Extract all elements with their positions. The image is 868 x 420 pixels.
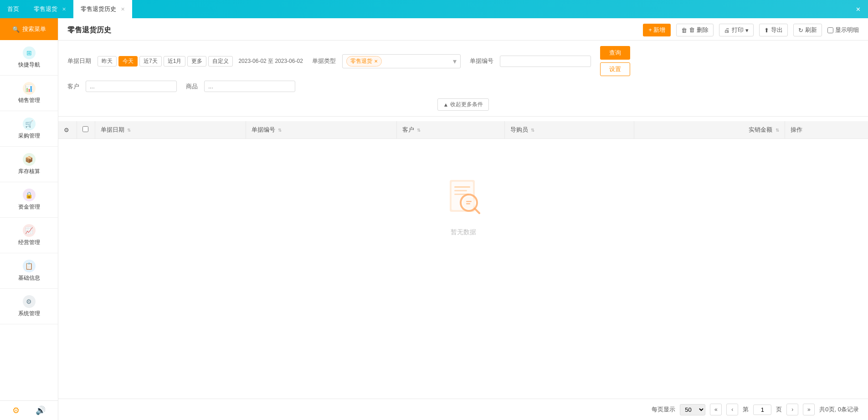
number-filter-input[interactable] <box>500 56 591 67</box>
th-setting[interactable]: ⚙ <box>58 121 77 139</box>
svg-rect-8 <box>466 201 472 202</box>
tab-bar: + 新增 首页 零售退货 ✕ 零售退货历史 ✕ <box>0 0 856 18</box>
customer-filter-group: 客户 <box>67 81 177 92</box>
audio-icon[interactable]: 🔊 <box>36 405 46 415</box>
th-action-label: 操作 <box>791 126 802 133</box>
sidebar-item-basic-info-label: 基础信息 <box>18 274 40 282</box>
new-button[interactable]: + 新增 <box>643 24 671 36</box>
sidebar-item-system[interactable]: ⚙ 系统管理 <box>0 289 58 324</box>
empty-state-cell: 暂无数据 <box>58 139 868 273</box>
page-input[interactable] <box>753 405 771 415</box>
sidebar-item-purchase[interactable]: 🛒 采购管理 <box>0 111 58 147</box>
print-icon: 🖨 <box>724 27 730 34</box>
svg-rect-3 <box>454 190 467 191</box>
sidebar-item-operations[interactable]: 📈 经营管理 <box>0 218 58 253</box>
query-button[interactable]: 查询 <box>600 46 630 60</box>
type-tag-label: 零售退货 <box>350 57 372 65</box>
empty-illustration <box>441 175 486 221</box>
show-detail-checkbox-label[interactable]: 显示明细 <box>827 26 859 34</box>
operations-icon: 📈 <box>23 224 36 237</box>
delete-button[interactable]: 🗑 🗑 删除 <box>676 24 714 36</box>
tab-retail-return-history-label: 零售退货历史 <box>81 5 116 13</box>
select-all-checkbox[interactable] <box>82 126 88 132</box>
sidebar-item-finance[interactable]: 🔒 资金管理 <box>0 182 58 218</box>
th-amount[interactable]: 实销金额 ⇅ <box>634 121 785 139</box>
th-customer-label: 客户 <box>402 126 414 133</box>
page-first-btn[interactable]: « <box>710 404 722 415</box>
th-date[interactable]: 单据日期 ⇅ <box>95 121 246 139</box>
th-date-label: 单据日期 <box>101 126 124 133</box>
th-guide-label: 导购员 <box>510 126 528 133</box>
tab-retail-return-close[interactable]: ✕ <box>62 6 66 12</box>
sidebar-item-quick-nav[interactable]: ⊞ 快捷导航 <box>0 40 58 76</box>
filter-row-2: 客户 商品 <box>67 81 859 92</box>
inventory-icon: 📦 <box>23 153 36 166</box>
basic-info-icon: 📋 <box>23 260 36 272</box>
export-icon: ⬆ <box>764 27 769 34</box>
th-customer-sort-icon: ⇅ <box>417 128 421 133</box>
sidebar-item-inventory[interactable]: 📦 库存核算 <box>0 147 58 182</box>
filter-setting-button[interactable]: 设置 <box>600 62 630 76</box>
search-icon: 🔍 <box>12 26 20 33</box>
date-btn-7days[interactable]: 近7天 <box>139 56 162 67</box>
show-detail-checkbox[interactable] <box>827 27 833 33</box>
date-btn-1month[interactable]: 近1月 <box>164 56 186 67</box>
delete-icon: 🗑 <box>681 27 687 34</box>
tab-retail-return-label: 零售退货 <box>34 5 57 13</box>
filter-area: 单据日期 昨天 今天 近7天 近1月 更多 自定义 2023-06-02 至 2… <box>58 41 868 117</box>
goods-filter-group: 商品 <box>186 81 295 92</box>
tab-retail-return[interactable]: 零售退货 ✕ <box>26 0 73 18</box>
date-btn-yesterday[interactable]: 昨天 <box>98 56 117 67</box>
date-btn-custom[interactable]: 自定义 <box>208 56 233 67</box>
page-last-btn[interactable]: » <box>803 404 815 415</box>
th-amount-sort-icon: ⇅ <box>776 128 779 133</box>
collapse-btn[interactable]: ▲ 收起更多条件 <box>437 98 489 111</box>
sidebar-item-system-label: 系统管理 <box>18 310 40 318</box>
print-label: 打印 <box>732 26 744 34</box>
number-filter-label: 单据编号 <box>470 57 493 65</box>
type-tag-close[interactable]: ✕ <box>374 59 378 64</box>
goods-filter-label: 商品 <box>186 82 198 91</box>
date-btn-today[interactable]: 今天 <box>118 56 138 67</box>
empty-state: 暂无数据 <box>58 139 868 273</box>
collapse-btn-wrapper: ▲ 收起更多条件 <box>67 97 859 111</box>
sidebar-item-basic-info[interactable]: 📋 基础信息 <box>0 253 58 289</box>
refresh-label: 刷新 <box>805 26 817 34</box>
type-select-wrapper[interactable]: 零售退货 ✕ ▾ <box>342 54 461 68</box>
show-detail-label: 显示明细 <box>835 26 859 34</box>
th-checkbox[interactable] <box>77 121 95 139</box>
sales-icon: 📊 <box>23 82 36 95</box>
sidebar-search[interactable]: 🔍 搜索菜单 <box>0 18 58 40</box>
svg-point-6 <box>463 197 475 209</box>
export-button[interactable]: ⬆ 导出 <box>759 24 788 36</box>
th-guide-sort-icon: ⇅ <box>531 128 534 133</box>
goods-filter-input[interactable] <box>204 81 295 92</box>
top-bar: + 新增 首页 零售退货 ✕ 零售退货历史 ✕ ✕ <box>0 0 868 18</box>
date-filter-group: 单据日期 昨天 今天 近7天 近1月 更多 自定义 2023-06-02 至 2… <box>67 56 303 67</box>
per-page-select[interactable]: 10 20 50 100 <box>680 404 705 415</box>
type-tag-retail-return: 零售退货 ✕ <box>346 56 382 67</box>
collapse-label: 收起更多条件 <box>450 101 483 108</box>
window-close-btn[interactable]: ✕ <box>856 6 868 13</box>
customer-filter-label: 客户 <box>67 82 79 91</box>
tab-home[interactable]: + 新增 首页 <box>0 0 26 18</box>
sidebar-item-sales[interactable]: 📊 销售管理 <box>0 76 58 111</box>
refresh-button[interactable]: ↻ 刷新 <box>793 24 822 36</box>
tab-retail-return-history-close[interactable]: ✕ <box>121 6 125 12</box>
filter-row-1: 单据日期 昨天 今天 近7天 近1月 更多 自定义 2023-06-02 至 2… <box>67 46 859 76</box>
sidebar-menu: ⊞ 快捷导航 📊 销售管理 🛒 采购管理 📦 库存核算 🔒 资金管理 📈 <box>0 40 58 400</box>
settings-bottom-icon[interactable]: ⚙ <box>12 405 20 415</box>
customer-filter-input[interactable] <box>86 81 177 92</box>
page-prev-btn[interactable]: ‹ <box>726 404 738 415</box>
type-filter-label: 单据类型 <box>312 57 336 65</box>
th-guide[interactable]: 导购员 ⇅ <box>504 121 634 139</box>
date-btn-more[interactable]: 更多 <box>187 56 206 67</box>
print-button[interactable]: 🖨 打印 ▾ <box>719 24 754 36</box>
page-next-btn[interactable]: › <box>786 404 798 415</box>
th-number[interactable]: 单据编号 ⇅ <box>246 121 396 139</box>
tab-retail-return-history[interactable]: 零售退货历史 ✕ <box>73 0 132 18</box>
page-title: 零售退货历史 <box>67 26 111 35</box>
th-customer[interactable]: 客户 ⇅ <box>396 121 504 139</box>
empty-text: 暂无数据 <box>451 228 476 236</box>
table-header-row: ⚙ 单据日期 ⇅ 单据编号 ⇅ 客户 ⇅ <box>58 121 868 139</box>
